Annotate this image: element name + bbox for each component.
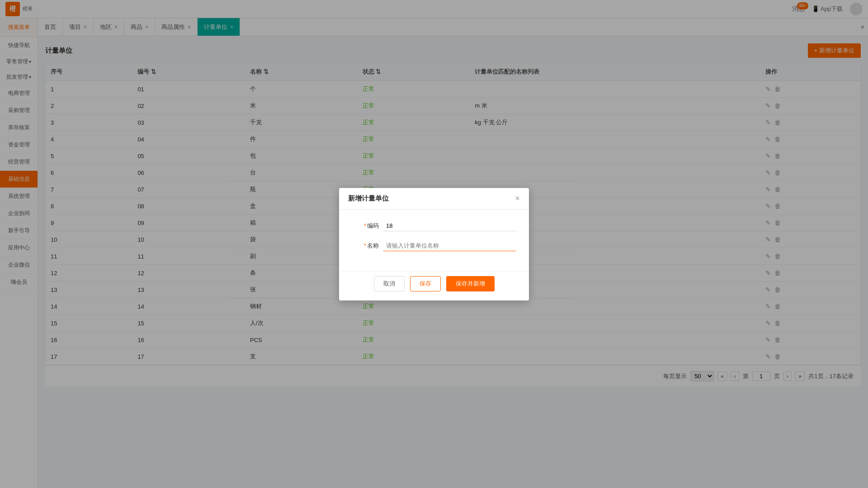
modal-header: 新增计量单位 ×	[339, 188, 529, 210]
modal-body: 编码 名称	[339, 210, 529, 269]
form-row-code: 编码	[352, 221, 516, 231]
name-input[interactable]	[383, 240, 516, 251]
add-unit-modal: 新增计量单位 × 编码 名称 取消 保存 保存并新增	[339, 188, 529, 300]
cancel-button[interactable]: 取消	[374, 276, 405, 291]
modal-footer: 取消 保存 保存并新增	[339, 271, 529, 300]
save-new-button[interactable]: 保存并新增	[446, 276, 495, 291]
save-button[interactable]: 保存	[410, 276, 441, 291]
modal-close-button[interactable]: ×	[515, 194, 520, 202]
code-label: 编码	[352, 222, 379, 230]
modal-overlay: 新增计量单位 × 编码 名称 取消 保存 保存并新增	[0, 0, 868, 488]
modal-title: 新增计量单位	[348, 194, 389, 203]
form-row-name: 名称	[352, 240, 516, 251]
name-label: 名称	[352, 242, 379, 250]
code-input[interactable]	[383, 221, 516, 231]
